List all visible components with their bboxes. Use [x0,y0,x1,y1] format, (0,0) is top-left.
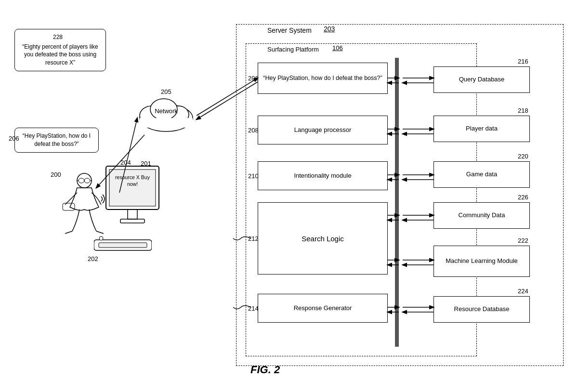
ml-module-box: Machine Learning Module [434,246,530,277]
svg-point-7 [84,178,90,183]
ref-210: 210 [248,172,259,180]
ml-module-text: Machine Learning Module [446,257,518,265]
svg-point-6 [79,178,84,183]
intentionality-box: Intentionality module [258,161,388,190]
console-ref: 202 [88,255,98,262]
resource-db-box: Resource Database [434,296,530,323]
player-data-box: Player data [434,116,530,142]
ref-214: 214 [248,305,259,312]
figure-caption: FIG. 2 [250,364,280,376]
vertical-divider [395,58,399,347]
intentionality-text: Intentionality module [294,171,351,180]
query-db-text: Query Database [459,75,505,84]
search-logic-box: Search Logic [258,202,388,274]
svg-rect-15 [128,209,137,219]
svg-rect-18 [99,243,147,248]
svg-rect-16 [120,219,144,223]
surfacing-platform-ref: 106 [332,44,343,52]
speech-bubble-response-ref: 228 [53,34,63,40]
ref-222: 222 [518,237,528,244]
ref-206-query: 206 [248,75,259,82]
community-data-text: Community Data [459,211,505,220]
tv-ref: 201 [141,160,151,167]
tv-screen-ref: 204 [120,159,131,166]
ref-224: 224 [518,287,528,295]
speech-bubble-response-text: “Eighty percent of players like you defe… [20,43,101,67]
ref-208: 208 [248,127,259,134]
player-data-text: Player data [466,124,498,133]
search-logic-text: Search Logic [302,234,344,244]
speech-bubble-response: 228 “Eighty percent of players like you … [14,29,106,71]
person-ref: 200 [51,171,61,178]
server-system-label: Server System [267,26,312,34]
game-data-box: Game data [434,161,530,188]
ref-226: 226 [518,194,528,201]
network-ref: 205 [161,88,171,95]
svg-point-19 [99,236,103,240]
svg-rect-4 [140,118,193,128]
resource-db-text: Resource Database [454,305,510,314]
tv-screen-text: resource X Buy now! [112,174,153,187]
query-db-box: Query Database [434,66,530,93]
ref-212: 212 [248,235,259,242]
ref-220: 220 [518,153,528,160]
network-label: Network [155,107,178,115]
game-data-text: Game data [466,170,497,179]
surfacing-platform-label: Surfacing Platform [267,46,319,53]
svg-line-12 [96,231,104,234]
ref-216: 216 [518,58,528,65]
response-gen-text: Response Generator [294,304,352,313]
query-box: “Hey PlayStation, how do I defeat the bo… [258,63,388,94]
tv-monitor: resource X Buy now! [104,164,161,226]
diagram: Server System 203 Surfacing Platform 106… [0,0,578,392]
speech-bubble-query-text: “Hey PlayStation, how do I defeat the bo… [20,132,93,148]
lang-processor-text: Language processor [294,126,352,134]
svg-line-11 [65,231,72,234]
query-box-text: “Hey PlayStation, how do I defeat the bo… [261,72,384,85]
community-data-box: Community Data [434,202,530,229]
ref-206-left: 206 [9,135,19,142]
speech-bubble-query-left: “Hey PlayStation, how do I defeat the bo… [14,128,99,153]
response-gen-box: Response Generator [258,294,388,323]
network-cloud: Network [135,89,197,137]
console [94,236,152,253]
svg-rect-10 [63,203,75,210]
server-system-ref: 203 [324,25,335,33]
lang-processor-box: Language processor [258,116,388,144]
ref-218: 218 [518,107,528,114]
